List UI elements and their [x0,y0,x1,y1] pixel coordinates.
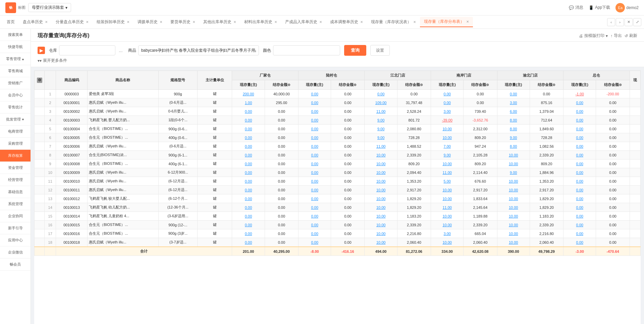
row-lucun-qty[interactable]: 0.00 [298,98,331,107]
row-nanan-qty[interactable]: 10.00 [431,238,463,247]
sidebar-item-inventory[interactable]: 库存核算 [0,150,31,162]
row-nanan-qty[interactable]: 10.00 [431,133,463,142]
row-changjiacao-qty[interactable]: 0.00 [232,186,265,194]
row-changjiacao-qty[interactable]: 200.00 [232,90,265,98]
row-jiangbei-qty[interactable]: 9.00 [365,133,397,142]
row-yubei-qty[interactable]: 10.00 [497,194,530,203]
row-total-qty[interactable]: 0.00 [564,159,596,168]
row-yubei-qty[interactable]: 8.00 [497,142,530,151]
row-nanan-qty[interactable]: 7.00 [431,142,463,151]
tab-inventory-count[interactable]: 盘点单历史 ✕ [19,17,52,27]
row-total-qty[interactable]: 0.00 [564,186,596,194]
nav-next-button[interactable]: › [616,18,624,26]
tab-cost-adjust[interactable]: 成本调整单历史 ✕ [326,17,367,27]
row-total-qty[interactable]: 0.00 [564,177,596,186]
tab-partial-count[interactable]: 分量盘点单历史 ✕ [52,17,93,27]
warehouse-input[interactable] [59,45,115,55]
sidebar-item-retail-mgmt[interactable]: 零售管理▲ [0,53,31,65]
row-changjiacao-qty[interactable]: 0.00 [232,133,265,142]
row-lucun-qty[interactable]: 0.00 [298,203,331,212]
query-button[interactable]: 查询 [344,45,366,56]
row-total-qty[interactable]: 0.00 [564,133,596,142]
row-yubei-qty[interactable]: 6.00 [497,107,530,116]
row-yubei-qty[interactable]: 9.00 [497,168,530,177]
filter-collapse-button[interactable]: ▶ [38,47,45,54]
row-changjiacao-qty[interactable]: 0.00 [232,116,265,125]
row-changjiacao-qty[interactable]: 0.00 [232,194,265,203]
row-nanan-qty[interactable]: 10.00 [431,221,463,229]
row-jiangbei-qty[interactable]: 9.00 [365,116,397,125]
nav-close-button[interactable]: ✕ [625,18,633,26]
row-jiangbei-qty[interactable]: 10.00 [365,159,397,168]
tab-home[interactable]: 首页 [3,17,19,27]
sidebar-item-purchase[interactable]: 采购管理 [0,138,31,150]
print-button[interactable]: 🖨 按模版打印 ▾ [579,33,608,39]
row-total-qty[interactable]: 0.00 [564,194,596,203]
expand-conditions-button[interactable]: ▾▾ 展开更多条件 [38,58,637,63]
row-changjiacao-qty[interactable]: 0.00 [232,229,265,238]
row-total-qty[interactable]: 0.00 [564,151,596,159]
row-nanan-qty[interactable]: 11.00 [431,203,463,212]
app-download-button[interactable]: 📱 App下载 [589,5,610,10]
row-changjiacao-qty[interactable]: 0.00 [232,212,265,221]
row-total-qty[interactable]: -1.00 [564,90,596,98]
close-icon[interactable]: ✕ [127,20,129,24]
sidebar-item-ecommerce[interactable]: 电商管理 [0,126,31,138]
row-nanan-qty[interactable]: 10.00 [431,125,463,133]
tab-transfer[interactable]: 调拨单历史 ✕ [133,17,166,27]
row-lucun-qty[interactable]: 0.00 [298,125,331,133]
row-nanan-qty[interactable]: 5.00 [431,177,463,186]
close-icon[interactable]: ✕ [413,20,416,24]
row-nanan-qty[interactable]: 10.00 [431,194,463,203]
row-lucun-qty[interactable]: 0.00 [298,177,331,186]
row-lucun-qty[interactable]: 0.00 [298,229,331,238]
row-lucun-qty[interactable]: 0.00 [298,168,331,177]
tab-material-out[interactable]: 材料出库单历史 ✕ [240,17,281,27]
sidebar-item-operations[interactable]: 经营管理 [0,174,31,186]
row-changjiacao-qty[interactable]: 0.00 [232,168,265,177]
row-jiangbei-qty[interactable]: 109.00 [365,98,397,107]
row-total-qty[interactable]: 0.00 [564,142,596,151]
warehouse-ellipsis-button[interactable]: ... [117,48,124,53]
row-jiangbei-qty[interactable]: 10.00 [365,203,397,212]
row-yubei-qty[interactable]: 10.00 [497,221,530,229]
row-lucun-qty[interactable]: 0.00 [298,116,331,125]
row-total-qty[interactable]: 0.00 [564,168,596,177]
sidebar-item-app-center[interactable]: 应用中心 [0,234,31,246]
row-nanan-qty[interactable]: 10.00 [431,186,463,194]
row-changjiacao-qty[interactable]: 0.00 [232,125,265,133]
close-icon[interactable]: ✕ [319,20,322,24]
row-jiangbei-qty[interactable]: 10.00 [365,177,397,186]
tab-product-in[interactable]: 产成品入库单历史 ✕ [281,17,326,27]
tab-stock-status[interactable]: 现存量（库存状况表） ✕ [367,17,420,27]
row-nanan-qty[interactable]: 3.00 [431,229,463,238]
row-yubei-qty[interactable]: 10.00 [497,186,530,194]
sidebar-item-search[interactable]: 搜索英单 [0,29,31,41]
export-button[interactable]: ↑ 导出 [610,33,622,39]
row-yubei-qty[interactable]: 0.00 [497,90,530,98]
row-changjiacao-qty[interactable]: 0.00 [232,159,265,168]
close-icon[interactable]: ✕ [274,20,277,24]
row-changjiacao-qty[interactable]: 0.00 [232,221,265,229]
row-lucun-qty[interactable]: 0.00 [298,194,331,203]
sidebar-item-wechat[interactable]: 企业微信 [0,246,31,259]
row-changjiacao-qty[interactable]: 0.00 [232,177,265,186]
row-jiangbei-qty[interactable]: 10.00 [365,194,397,203]
row-jiangbei-qty[interactable]: 10.00 [365,186,397,194]
row-jiangbei-qty[interactable]: 10.00 [365,212,397,221]
row-changjiacao-qty[interactable]: 0.00 [232,151,265,159]
row-jiangbei-qty[interactable]: 10.00 [365,238,397,247]
row-lucun-qty[interactable]: 0.00 [298,151,331,159]
sidebar-item-members[interactable]: 会员中心 [0,89,31,101]
row-yubei-qty[interactable]: 3.00 [497,98,530,107]
close-icon[interactable]: ✕ [466,20,469,24]
nav-expand-button[interactable]: ⤢ [633,18,641,26]
row-yubei-qty[interactable]: 10.00 [497,159,530,168]
close-icon[interactable]: ✕ [233,20,236,24]
sidebar-item-wholesale[interactable]: 批发管理▼ [0,113,31,126]
row-lucun-qty[interactable]: 0.00 [298,90,331,98]
row-jiangbei-qty[interactable]: 10.00 [365,151,397,159]
row-lucun-qty[interactable]: 0.00 [298,133,331,142]
tab-requisition[interactable]: 要货单历史 ✕ [166,17,199,27]
row-nanan-qty[interactable]: 10.00 [431,212,463,221]
